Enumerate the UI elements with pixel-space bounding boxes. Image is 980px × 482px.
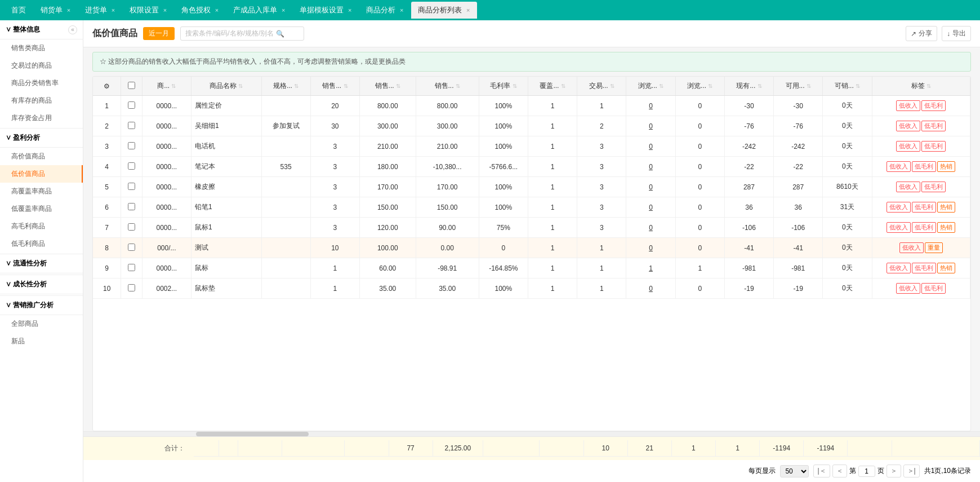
row-stock3: 0天 — [823, 258, 872, 278]
nav-permissions[interactable]: 权限设置 × — [123, 2, 173, 19]
browse-link[interactable]: 0 — [649, 102, 653, 110]
col-code[interactable]: 商... ⇅ — [142, 77, 191, 96]
col-name[interactable]: 商品名称 ⇅ — [191, 77, 261, 96]
row-browse1[interactable]: 0 — [626, 238, 675, 258]
col-coverage[interactable]: 覆盖... ⇅ — [528, 77, 577, 96]
row-browse1[interactable]: 1 — [626, 258, 675, 278]
col-stock1[interactable]: 现有... ⇅ — [724, 77, 773, 96]
row-checkbox[interactable] — [128, 203, 135, 210]
sidebar-item-all-products[interactable]: 全部商品 — [0, 315, 83, 333]
col-stock2[interactable]: 可用... ⇅ — [774, 77, 823, 96]
browse-link[interactable]: 0 — [649, 244, 653, 252]
nav-product-analysis[interactable]: 商品分析 × — [359, 2, 410, 19]
browse-link[interactable]: 0 — [649, 285, 653, 293]
share-btn[interactable]: ↗ 分享 — [906, 26, 937, 41]
row-browse1[interactable]: 0 — [626, 136, 675, 157]
sidebar-item-low-margin[interactable]: 低毛利商品 — [0, 235, 83, 253]
sidebar-item-high-margin[interactable]: 高毛利商品 — [0, 218, 83, 235]
row-checkbox[interactable] — [128, 223, 135, 231]
row-browse1[interactable]: 0 — [626, 96, 675, 116]
row-stock1: -76 — [724, 116, 773, 136]
row-browse1[interactable]: 0 — [626, 218, 675, 238]
row-checkbox-cell[interactable] — [121, 96, 142, 116]
col-browse2[interactable]: 浏览... ⇅ — [675, 77, 724, 96]
row-name: 鼠标1 — [191, 218, 261, 238]
row-browse1[interactable]: 0 — [626, 116, 675, 136]
row-checkbox-cell[interactable] — [121, 278, 142, 299]
sidebar-item-high-coverage[interactable]: 高覆盖率商品 — [0, 183, 83, 200]
nav-purchase[interactable]: 进货单 × — [78, 2, 122, 19]
nav-home[interactable]: 首页 — [5, 2, 33, 19]
tag: 低毛利 — [921, 283, 946, 294]
row-checkbox-cell[interactable] — [121, 258, 142, 278]
col-sales-qty[interactable]: 销售... ⇅ — [310, 77, 359, 96]
nav-product-analysis-list[interactable]: 商品分析列表 × — [411, 2, 476, 19]
sidebar-item-stock-fund[interactable]: 库存资金占用 — [0, 109, 83, 127]
search-box[interactable]: 搜索条件/编码/名称/规格/别名 🔍 — [180, 26, 304, 41]
row-checkbox[interactable] — [128, 142, 135, 149]
scrollbar-container[interactable] — [83, 432, 980, 436]
browse-link[interactable]: 0 — [649, 143, 653, 151]
browse-link[interactable]: 0 — [649, 204, 653, 211]
col-trade[interactable]: 交易... ⇅ — [577, 77, 626, 96]
row-checkbox[interactable] — [128, 183, 135, 190]
filter-btn[interactable]: 近一月 — [143, 27, 175, 40]
sidebar-item-traded-products[interactable]: 交易过的商品 — [0, 57, 83, 74]
row-checkbox[interactable] — [128, 244, 135, 251]
first-page-btn[interactable]: |＜ — [813, 465, 830, 477]
data-table-container[interactable]: ⚙ 商... ⇅ 商品名称 ⇅ 规格... ⇅ 销售... ⇅ 销售... ⇅ … — [92, 76, 971, 431]
sidebar-item-stocked-products[interactable]: 有库存的商品 — [0, 92, 83, 109]
sidebar-item-low-coverage[interactable]: 低覆盖率商品 — [0, 200, 83, 218]
col-stock3[interactable]: 可销... ⇅ — [823, 77, 872, 96]
row-browse1[interactable]: 0 — [626, 177, 675, 197]
browse-link[interactable]: 0 — [649, 122, 653, 130]
col-spec[interactable]: 规格... ⇅ — [261, 77, 310, 96]
nav-sales[interactable]: 销货单 × — [34, 2, 77, 19]
sidebar-item-low-value[interactable]: 低价值商品 — [0, 165, 83, 183]
next-page-btn[interactable]: ＞ — [887, 465, 901, 477]
prev-page-btn[interactable]: ＜ — [832, 465, 847, 477]
row-checkbox[interactable] — [128, 162, 135, 170]
nav-roles[interactable]: 角色授权 × — [175, 2, 225, 19]
browse-link[interactable]: 0 — [649, 224, 653, 232]
row-checkbox[interactable] — [128, 284, 135, 291]
row-sales1: 60.00 — [359, 258, 416, 278]
col-sales-amt2[interactable]: 销售... ⇅ — [416, 77, 479, 96]
scrollbar-thumb[interactable] — [196, 432, 309, 436]
row-checkbox[interactable] — [128, 101, 135, 109]
per-page-select[interactable]: 50 100 200 — [780, 465, 809, 477]
browse-link[interactable]: 0 — [649, 163, 653, 171]
row-checkbox[interactable] — [128, 122, 135, 129]
sidebar-item-sales-products[interactable]: 销售类商品 — [0, 39, 83, 57]
nav-templates[interactable]: 单据模板设置 × — [293, 2, 358, 19]
sidebar-item-high-value[interactable]: 高价值商品 — [0, 148, 83, 165]
sidebar-collapse-btn[interactable]: « — [68, 25, 77, 34]
last-page-btn[interactable]: ＞| — [903, 465, 920, 477]
export-btn[interactable]: ↓ 导出 — [942, 26, 971, 41]
col-sales-amt1[interactable]: 销售... ⇅ — [359, 77, 416, 96]
row-checkbox-cell[interactable] — [121, 197, 142, 218]
row-checkbox-cell[interactable] — [121, 157, 142, 177]
row-browse1[interactable]: 0 — [626, 157, 675, 177]
sidebar-item-category-sales-rate[interactable]: 商品分类销售率 — [0, 74, 83, 92]
nav-products-in[interactable]: 产成品入库单 × — [226, 2, 292, 19]
col-margin[interactable]: 毛利率 ⇅ — [479, 77, 528, 96]
current-page-input[interactable] — [858, 466, 875, 477]
row-browse1[interactable]: 0 — [626, 197, 675, 218]
col-tags[interactable]: 标签 ⇅ — [872, 77, 970, 96]
row-trade: 3 — [577, 177, 626, 197]
row-checkbox-cell[interactable] — [121, 116, 142, 136]
browse-link[interactable]: 1 — [649, 264, 653, 272]
col-browse1[interactable]: 浏览... ⇅ — [626, 77, 675, 96]
sidebar-item-new-products[interactable]: 新品 — [0, 333, 83, 350]
row-checkbox-cell[interactable] — [121, 177, 142, 197]
row-browse1[interactable]: 0 — [626, 278, 675, 299]
row-checkbox-cell[interactable] — [121, 218, 142, 238]
select-all-checkbox[interactable] — [128, 82, 135, 89]
browse-link[interactable]: 0 — [649, 183, 653, 191]
col-setting[interactable]: ⚙ — [93, 77, 121, 96]
col-checkbox[interactable] — [121, 77, 142, 96]
row-checkbox-cell[interactable] — [121, 136, 142, 157]
row-checkbox-cell[interactable] — [121, 238, 142, 258]
row-checkbox[interactable] — [128, 264, 135, 271]
